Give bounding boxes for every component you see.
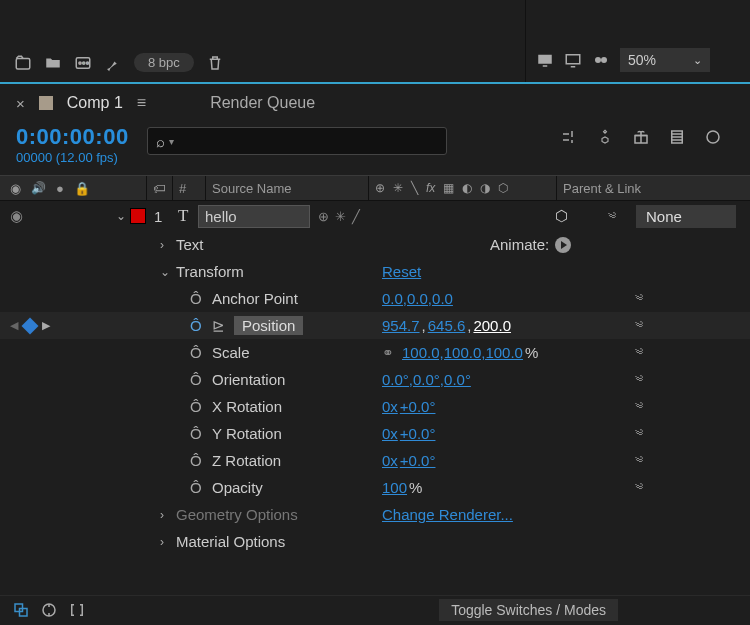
animate-menu-button[interactable] [555, 237, 571, 253]
3d-icon[interactable]: ⬡ [498, 181, 508, 195]
anchor-point-value[interactable]: 0.0,0.0,0.0 [382, 290, 453, 307]
xrot-rev-value[interactable]: 0x [382, 398, 398, 415]
layer-row[interactable]: ◉ ⌄ 1 T hello ⊕ ✳ ╱ ⬡ ༄ None [0, 201, 750, 231]
material-twirl[interactable]: › [160, 535, 176, 549]
trash-icon[interactable] [206, 54, 224, 72]
brackets-icon[interactable] [68, 601, 86, 619]
position-z-value[interactable]: 200.0 [473, 317, 511, 334]
source-name-column-header[interactable]: Source Name [212, 181, 362, 196]
text-group-twirl[interactable]: › [160, 238, 176, 252]
timecode-display[interactable]: 0:00:00:00 [16, 124, 129, 150]
next-keyframe-button[interactable]: ▶ [42, 319, 50, 332]
z-rotation-label[interactable]: Z Rotation [212, 452, 281, 469]
yrot-rev-value[interactable]: 0x [382, 425, 398, 442]
display-icon[interactable] [536, 51, 554, 69]
position-label[interactable]: Position [234, 316, 303, 335]
layer-shy-icon[interactable]: ⊕ [318, 209, 329, 224]
solo-column-icon[interactable]: ● [56, 181, 64, 196]
toggle-switches-button[interactable]: Toggle Switches / Modes [439, 599, 618, 621]
palette-icon[interactable] [74, 54, 92, 72]
index-column-header[interactable]: # [179, 181, 199, 196]
snapshot-icon[interactable] [14, 54, 32, 72]
position-pickwhip[interactable]: ༄ [635, 317, 643, 334]
orientation-label[interactable]: Orientation [212, 371, 285, 388]
layer-collapse-icon[interactable]: ✳ [335, 209, 346, 224]
render-queue-tab[interactable]: Render Queue [210, 94, 315, 112]
comp-tab[interactable]: Comp 1 [67, 94, 123, 112]
layers-icon[interactable] [12, 601, 30, 619]
lock-column-icon[interactable]: 🔒 [74, 181, 90, 196]
audio-column-icon[interactable]: 🔊 [31, 181, 46, 195]
text-group-label[interactable]: Text [176, 236, 204, 253]
xrot-deg-value[interactable]: +0.0° [400, 398, 436, 415]
x-rotation-label[interactable]: X Rotation [212, 398, 282, 415]
anchor-stopwatch[interactable]: Ô [190, 290, 208, 307]
tab-menu-icon[interactable]: ≡ [137, 94, 146, 112]
frame-blend-icon[interactable]: ▦ [443, 181, 454, 195]
shy-icon[interactable]: ⊕ [375, 181, 385, 195]
close-tab-button[interactable]: × [16, 95, 25, 112]
xrot-pickwhip[interactable]: ༄ [635, 398, 643, 415]
layer-quality-icon[interactable]: ╱ [352, 209, 360, 224]
scale-pickwhip[interactable]: ༄ [635, 344, 643, 361]
parent-dropdown[interactable]: None [636, 205, 736, 228]
zoom-dropdown[interactable]: 50% ⌄ [620, 48, 710, 72]
xrot-stopwatch[interactable]: Ô [190, 398, 208, 415]
position-x-value[interactable]: 954.7 [382, 317, 420, 334]
opacity-stopwatch[interactable]: Ô [190, 479, 208, 496]
yrot-pickwhip[interactable]: ༄ [635, 425, 643, 442]
yrot-deg-value[interactable]: +0.0° [400, 425, 436, 442]
y-rotation-label[interactable]: Y Rotation [212, 425, 282, 442]
graph-editor-icon[interactable]: ⊵ [212, 317, 230, 335]
visibility-toggle[interactable]: ◉ [10, 207, 28, 225]
orientation-stopwatch[interactable]: Ô [190, 371, 208, 388]
folder-icon[interactable] [44, 54, 62, 72]
layer-3d-toggle[interactable]: ⬡ [555, 207, 568, 225]
anchor-pickwhip[interactable]: ༄ [635, 290, 643, 307]
opacity-label[interactable]: Opacity [212, 479, 263, 496]
layer-color[interactable] [130, 208, 146, 224]
pickwhip-icon[interactable]: ༄ [608, 208, 616, 225]
keyframe-diamond[interactable] [22, 317, 39, 334]
zrot-pickwhip[interactable]: ༄ [635, 452, 643, 469]
position-y-value[interactable]: 645.6 [428, 317, 466, 334]
parent-column-header[interactable]: Parent & Link [563, 181, 641, 196]
sparkle-cube-icon[interactable] [596, 128, 614, 146]
geometry-twirl[interactable]: › [160, 508, 176, 522]
gift-icon[interactable] [632, 128, 650, 146]
anchor-point-label[interactable]: Anchor Point [212, 290, 298, 307]
change-renderer-link[interactable]: Change Renderer... [382, 506, 513, 523]
collapse-icon[interactable]: ✳ [393, 181, 403, 195]
material-options-label[interactable]: Material Options [176, 533, 285, 550]
yrot-stopwatch[interactable]: Ô [190, 425, 208, 442]
motion-blur-icon[interactable]: ◐ [462, 181, 472, 195]
zrot-stopwatch[interactable]: Ô [190, 452, 208, 469]
layer-name-input[interactable]: hello [198, 205, 310, 228]
quality-icon[interactable]: ╲ [411, 181, 418, 195]
prev-keyframe-button[interactable]: ◀ [10, 319, 18, 332]
opacity-value[interactable]: 100 [382, 479, 407, 496]
scale-value[interactable]: 100.0,100.0,100.0 [402, 344, 523, 361]
orientation-pickwhip[interactable]: ༄ [635, 371, 643, 388]
graph-options-icon[interactable] [560, 128, 578, 146]
transform-group-twirl[interactable]: ⌄ [160, 265, 176, 279]
scale-stopwatch[interactable]: Ô [190, 344, 208, 361]
circle-icon[interactable] [704, 128, 722, 146]
adjustment-icon[interactable]: ◑ [480, 181, 490, 195]
video-column-icon[interactable]: ◉ [10, 181, 21, 196]
opacity-pickwhip[interactable]: ༄ [635, 479, 643, 496]
bit-depth-button[interactable]: 8 bpc [134, 53, 194, 72]
filmstrip-icon[interactable] [668, 128, 686, 146]
orientation-value[interactable]: 0.0°,0.0°,0.0° [382, 371, 471, 388]
transform-group-label[interactable]: Transform [176, 263, 244, 280]
search-input[interactable]: ⌕ ▾ [147, 127, 447, 155]
fx-icon[interactable]: fx [426, 181, 435, 195]
zrot-rev-value[interactable]: 0x [382, 452, 398, 469]
zrot-deg-value[interactable]: +0.0° [400, 452, 436, 469]
goggles-icon[interactable] [592, 51, 610, 69]
monitor-icon[interactable] [564, 51, 582, 69]
reset-link[interactable]: Reset [382, 263, 421, 280]
layer-twirl[interactable]: ⌄ [116, 209, 130, 223]
brush-icon[interactable] [104, 54, 122, 72]
label-column-icon[interactable]: 🏷 [153, 181, 166, 196]
